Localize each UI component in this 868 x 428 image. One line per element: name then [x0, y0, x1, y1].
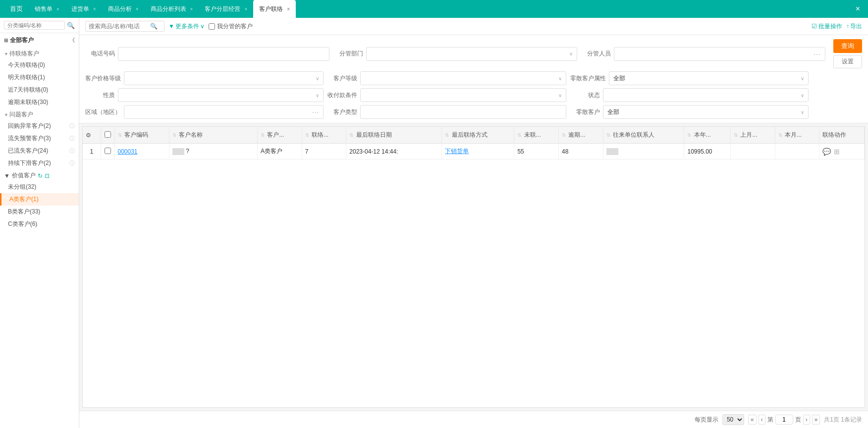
- prev-page-btn[interactable]: ‹: [759, 415, 765, 425]
- filter-icon: ▼: [168, 23, 174, 30]
- nav-tab-sales[interactable]: 销售单 ×: [29, 0, 65, 18]
- settings-btn[interactable]: 设置: [833, 55, 862, 68]
- sidebar-item-tomorrow[interactable]: 明天待联络(1): [0, 71, 79, 84]
- info-icon4: ⓘ: [69, 160, 75, 167]
- sidebar-item-b-class[interactable]: B类客户(33): [0, 206, 79, 218]
- phone-input[interactable]: [118, 47, 329, 61]
- data-table: ⚙ ⇅ 客户编码 ⇅ 客户名称: [83, 127, 865, 160]
- nav-close-all[interactable]: ×: [852, 4, 864, 13]
- table-scroll[interactable]: ⚙ ⇅ 客户编码 ⇅ 客户名称: [83, 127, 865, 407]
- manager-field: 分管人员 ···: [581, 47, 825, 61]
- sidebar-item-a-class[interactable]: A类客户(1): [0, 193, 79, 206]
- row-overdue: 48: [559, 144, 603, 160]
- close-customer-contact-tab[interactable]: ×: [287, 6, 290, 12]
- problem-group-label: ▼ 问题客户: [0, 108, 79, 120]
- filter-search-input[interactable]: [89, 23, 148, 30]
- action-col: 联络动作: [819, 127, 865, 144]
- status-input[interactable]: ∨: [603, 88, 809, 102]
- retail-attr-input[interactable]: 全部∨: [609, 71, 809, 85]
- retail-customer-input[interactable]: 全部∨: [603, 105, 809, 119]
- price-level-input[interactable]: ∨: [124, 71, 324, 85]
- my-customers-checkbox-area: 我分管的客户: [209, 22, 253, 31]
- nav-tab-customer-segment[interactable]: 客户分层经营 ×: [199, 0, 253, 18]
- nav-tab-purchase[interactable]: 进货单 ×: [65, 0, 102, 18]
- batch-op-btn[interactable]: ☑ 批量操作: [812, 22, 842, 31]
- filter-row-1: 电话号码 分管部门 ∨ 分管人员 ··· 查询 设置: [85, 39, 862, 68]
- nav-home[interactable]: 首页: [4, 0, 29, 18]
- close-product-analysis-tab[interactable]: ×: [136, 6, 139, 12]
- sidebar-item-overdue[interactable]: 逾期未联络(30): [0, 96, 79, 108]
- sort-icon6: ⇅: [445, 132, 449, 138]
- row-this-month: [775, 144, 819, 160]
- search-box[interactable]: 🔍: [85, 21, 164, 32]
- filter-row-2: 客户价格等级 ∨ 客户等级 ∨ 零散客户属性 全部∨: [85, 71, 862, 85]
- page-suffix: 页: [795, 416, 801, 424]
- sidebar-item-ungroup[interactable]: 未分组(32): [0, 181, 79, 193]
- page-label: 第: [767, 416, 773, 424]
- info-icon3: ⓘ: [69, 147, 75, 155]
- level-col: ⇅ 客户...: [258, 127, 302, 144]
- nav-tab-customer-contact[interactable]: 客户联络 ×: [253, 0, 296, 18]
- refresh-icon[interactable]: ↻: [38, 172, 43, 179]
- region-input[interactable]: ···: [124, 105, 324, 119]
- manager-label: 分管人员: [581, 50, 611, 58]
- nav-tab-product-list[interactable]: 商品分析列表 ×: [145, 0, 199, 18]
- close-purchase-tab[interactable]: ×: [93, 6, 96, 12]
- sort-icon11: ⇅: [734, 132, 738, 138]
- page-input[interactable]: [775, 415, 793, 425]
- my-customers-checkbox[interactable]: [209, 23, 215, 30]
- sidebar-search-input[interactable]: [4, 21, 65, 30]
- sidebar-item-declining[interactable]: 持续下滑客户(2) ⓘ: [0, 157, 79, 169]
- sidebar-item-churn-warning[interactable]: 流失预警客户(3) ⓘ: [0, 132, 79, 145]
- info-icon2: ⓘ: [69, 135, 75, 142]
- close-sales-tab[interactable]: ×: [56, 6, 59, 12]
- last-page-btn[interactable]: »: [812, 415, 820, 425]
- more-conditions-btn[interactable]: ▼ 更多条件 ∨: [168, 22, 205, 31]
- row-checkbox[interactable]: [105, 148, 111, 154]
- payment-input[interactable]: ∨: [360, 88, 566, 102]
- grid-action-icon[interactable]: ⊞: [834, 148, 840, 156]
- nature-input[interactable]: ∨: [118, 88, 324, 102]
- problem-section-label: 问题客户: [9, 110, 33, 119]
- manager-input[interactable]: ···: [614, 47, 825, 61]
- region-label: 区域（地区）: [85, 108, 121, 116]
- first-page-btn[interactable]: «: [748, 415, 757, 425]
- sidebar-item-c-class[interactable]: C类客户(6): [0, 218, 79, 230]
- collapse-icon[interactable]: 《: [69, 37, 75, 44]
- close-product-list-tab[interactable]: ×: [190, 6, 193, 12]
- dept-input[interactable]: ∨: [366, 47, 578, 61]
- row-code: 000031: [114, 144, 169, 160]
- nav-tab-product-analysis[interactable]: 商品分析 ×: [102, 0, 145, 18]
- add-icon[interactable]: ⊡: [45, 172, 50, 179]
- sidebar-all-customers-header[interactable]: ⊞ 全部客户 《: [0, 33, 79, 48]
- status-label: 状态: [570, 91, 600, 100]
- close-customer-segment-tab[interactable]: ×: [244, 6, 247, 12]
- sidebar-item-today[interactable]: 今天待联络(0): [0, 59, 79, 71]
- sidebar-item-churned[interactable]: 已流失客户(24) ⓘ: [0, 145, 79, 157]
- info-icon: ⓘ: [69, 122, 75, 130]
- sidebar-item-7days[interactable]: 近7天待联络(0): [0, 84, 79, 96]
- select-all-checkbox[interactable]: [105, 131, 111, 138]
- sort-icon10: ⇅: [687, 132, 691, 138]
- next-page-btn[interactable]: ›: [803, 415, 810, 425]
- export-btn[interactable]: ↑ 导出: [846, 22, 862, 31]
- row-index: 1: [83, 144, 101, 160]
- customer-level-input[interactable]: ∨: [360, 71, 566, 85]
- customer-type-input[interactable]: [360, 105, 566, 119]
- all-customers-label: 全部客户: [10, 36, 34, 45]
- per-page-select[interactable]: 50: [722, 414, 744, 425]
- sidebar-item-repurchase-abnormal[interactable]: 回购异常客户(2) ⓘ: [0, 120, 79, 132]
- overdue-col: ⇅ 逾期...: [559, 127, 603, 144]
- not-contacted-col: ⇅ 未联...: [514, 127, 559, 144]
- sidebar-search-icon[interactable]: 🔍: [67, 22, 75, 29]
- grid-icon: ⊞: [4, 38, 8, 43]
- sort-icon4: ⇅: [305, 132, 309, 138]
- gear-icon[interactable]: ⚙: [86, 132, 91, 139]
- status-field: 状态 ∨: [570, 88, 809, 102]
- pending-group-label: ▼ 待联络客户: [0, 48, 79, 59]
- chat-action-icon[interactable]: 💬: [822, 148, 831, 156]
- nature-field: 性质 ∨: [85, 88, 324, 102]
- filter-row-4: 区域（地区） ··· 客户类型 零散客户 全部∨: [85, 105, 862, 119]
- query-btn[interactable]: 查询: [833, 39, 862, 53]
- region-field: 区域（地区） ···: [85, 105, 324, 119]
